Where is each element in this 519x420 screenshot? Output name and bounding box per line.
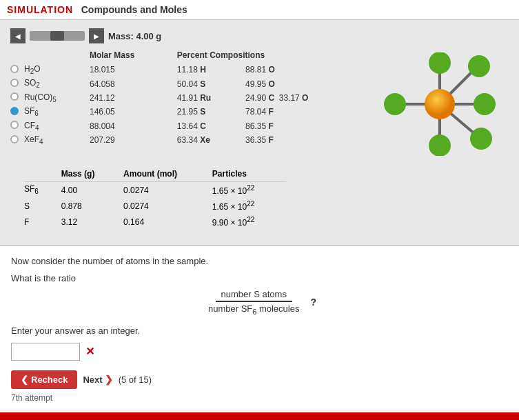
molecule-svg [374, 52, 505, 156]
fraction-denominator: number SF6 molecules [203, 302, 305, 316]
amt-particles-s: 1.65 × 1022 [212, 198, 286, 214]
next-chevron-right-icon: ❯ [105, 374, 113, 385]
incorrect-label: Incorrect [467, 418, 508, 420]
progress-text: (5 of 15) [119, 374, 152, 385]
compounds-table-section: Molar Mass Percent Compositions H2O 18.0… [10, 49, 364, 159]
compound-name-xef4[interactable]: XeF4 [24, 133, 90, 147]
amounts-table-section: Mass (g) Amount (mol) Particles SF6 4.00… [10, 166, 509, 230]
nav-prev-button[interactable]: ◀ [10, 28, 26, 43]
sub: 2 [36, 82, 40, 90]
radio-cf4[interactable] [10, 121, 19, 129]
compound-name-ruco5[interactable]: Ru(CO)5 [24, 91, 90, 105]
table-row: SF6 146.05 21.95 S 78.04 F [10, 105, 364, 119]
recheck-chevron-left-icon: ❮ [21, 374, 28, 385]
radio-cell[interactable] [10, 105, 24, 119]
radio-cell[interactable] [10, 119, 24, 133]
sup: 22 [247, 200, 254, 208]
table-row: SO2 64.058 50.04 S 49.95 O [10, 77, 364, 90]
amt-col-amount: Amount (mol) [123, 166, 212, 182]
atom-top [429, 52, 451, 74]
molar-mass-cf4: 88.004 [90, 119, 177, 133]
radio-cell[interactable] [10, 133, 24, 147]
atom-bottom [429, 134, 451, 156]
amt-compound-s: S [24, 198, 61, 214]
arrow-left-icon: ◀ [15, 32, 21, 40]
table-row: XeF4 207.29 63.34 Xe 36.35 F [10, 133, 364, 147]
amt-mass-f: 3.12 [61, 214, 123, 230]
radio-sf6[interactable] [10, 107, 19, 115]
radio-so2[interactable] [10, 79, 19, 87]
attempt-text: 7th attempt [11, 393, 508, 403]
pct1-h2o: 11.18 H [177, 63, 245, 77]
sub: 2 [30, 68, 34, 75]
compound-name-sf6[interactable]: SF6 [24, 105, 90, 119]
col-pct-comp: Percent Compositions [177, 49, 364, 63]
atom-center [425, 89, 455, 119]
table-row: F 3.12 0.164 9.90 × 1022 [24, 214, 286, 230]
question-mark: ? [310, 297, 316, 308]
atom-upper-right [468, 55, 490, 77]
pct1-xef4: 63.34 Xe [177, 133, 245, 147]
pct1-ruco5: 41.91 Ru [177, 91, 245, 105]
compound-name-so2[interactable]: SO2 [24, 77, 90, 90]
mass-label: Mass: 4.00 g [108, 31, 161, 41]
pct2-xef4: 36.35 F [245, 133, 364, 147]
amt-compound-f: F [24, 214, 61, 230]
ratio-section: What is the ratio number S atoms number … [11, 273, 508, 316]
amt-amount-f: 0.164 [123, 214, 212, 230]
recheck-button[interactable]: ❮ Recheck [11, 370, 77, 389]
instruction-text: Enter your answer as an integer. [11, 326, 508, 336]
sub: 4 [39, 138, 43, 146]
table-row: H2O 18.015 11.18 H 88.81 O [10, 63, 364, 77]
amt-mass-sf6: 4.00 [61, 182, 123, 199]
nav-slider[interactable] [30, 31, 85, 41]
pct1-so2: 50.04 S [177, 77, 245, 90]
radio-ruco5[interactable] [10, 92, 19, 101]
sub: 6 [34, 188, 39, 196]
table-row: Ru(CO)5 241.12 41.91 Ru 24.90 C 33.17 O [10, 91, 364, 105]
amt-amount-sf6: 0.0274 [123, 182, 212, 199]
answer-input[interactable] [11, 343, 80, 361]
atom-left [384, 93, 406, 115]
incorrect-banner: Incorrect [0, 412, 519, 420]
molecule-visual [371, 49, 509, 159]
radio-cell[interactable] [10, 91, 24, 105]
slider-thumb [50, 31, 64, 41]
sup: 22 [247, 184, 254, 192]
pct2-so2: 49.95 O [245, 77, 364, 90]
nav-next-button[interactable]: ▶ [89, 28, 104, 43]
table-row: S 0.878 0.0274 1.65 × 1022 [24, 198, 286, 214]
simulation-area: ◀ ▶ Mass: 4.00 g Molar Mass [0, 20, 519, 245]
compound-name-h2o[interactable]: H2O [24, 63, 90, 77]
fraction-numerator: number S atoms [216, 289, 292, 302]
question-line1: Now consider the number of atoms in the … [11, 256, 508, 266]
table-row: CF4 88.004 13.64 C 86.35 F [10, 119, 364, 133]
amt-particles-f: 9.90 × 1022 [212, 214, 286, 230]
amt-compound-sf6: SF6 [24, 182, 61, 199]
next-button[interactable]: Next ❯ [83, 374, 112, 385]
amt-col-compound [24, 166, 61, 182]
top-section: Molar Mass Percent Compositions H2O 18.0… [10, 49, 509, 159]
col-name [24, 49, 90, 63]
molar-mass-ruco5: 241.12 [90, 91, 177, 105]
atom-right [474, 93, 496, 115]
compound-name-cf4[interactable]: CF4 [24, 119, 90, 133]
sub: 6 [34, 110, 39, 118]
answer-section: ✕ [11, 343, 508, 361]
molar-mass-sf6: 146.05 [90, 105, 177, 119]
radio-cell[interactable] [10, 77, 24, 90]
pct2-h2o: 88.81 O [245, 63, 364, 77]
pct2-sf6: 78.04 F [245, 105, 364, 119]
page-title: Compounds and Moles [81, 4, 187, 15]
radio-xef4[interactable] [10, 135, 19, 143]
radio-h2o[interactable] [10, 65, 19, 73]
pct1-sf6: 21.95 S [177, 105, 245, 119]
recheck-label: Recheck [31, 374, 68, 385]
amt-particles-sf6: 1.65 × 1022 [212, 182, 286, 199]
table-row: SF6 4.00 0.0274 1.65 × 1022 [24, 182, 286, 199]
col-radio [10, 49, 24, 63]
nav-controls: ◀ ▶ Mass: 4.00 g [10, 28, 509, 43]
radio-cell[interactable] [10, 63, 24, 77]
molar-mass-so2: 64.058 [90, 77, 177, 90]
pct1-cf4: 13.64 C [177, 119, 245, 133]
